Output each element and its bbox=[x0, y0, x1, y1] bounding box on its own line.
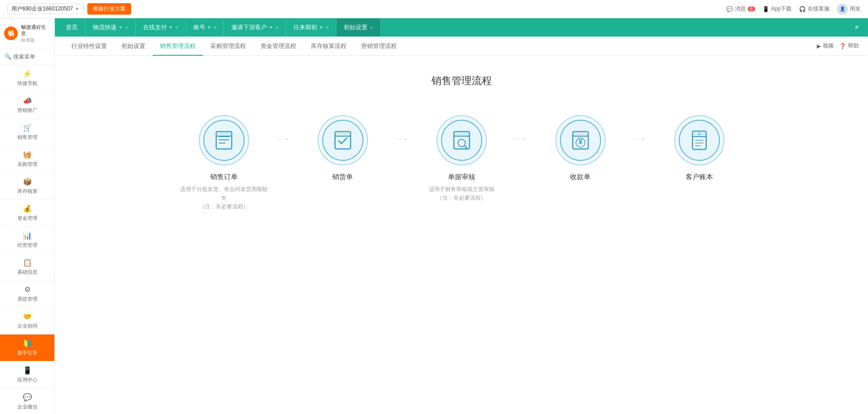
nav-tab-logistics[interactable]: 物流快递 ▼ × bbox=[85, 18, 136, 37]
user-label: 用户690企业1660120507 bbox=[11, 5, 73, 13]
app-center-icon: 📱 bbox=[23, 366, 32, 375]
flow-arrow-1: ···→ bbox=[270, 115, 297, 142]
sub-tab-initial-setup[interactable]: 初始设置 bbox=[114, 37, 153, 56]
sidebar-item-system-mgmt[interactable]: ⚙ 系统管理 bbox=[0, 281, 54, 308]
sub-tab-purchase-flow[interactable]: 采购管理流程 bbox=[203, 37, 253, 56]
sidebar-item-operations-mgmt[interactable]: 📊 经营管理 bbox=[0, 227, 54, 254]
sidebar-item-enterprise-collab[interactable]: 🤝 企业协同 bbox=[0, 308, 54, 334]
sub-tab-industry-settings[interactable]: 行业特性设置 bbox=[64, 37, 114, 56]
tab-label: 往来期初 bbox=[293, 23, 317, 32]
close-icon[interactable]: × bbox=[370, 25, 373, 30]
top-bar-right: 💬 消息 6 📱 App下载 🎧 在线客服 👤 用友 bbox=[726, 4, 861, 15]
sub-tab-sales-flow[interactable]: 销售管理流程 bbox=[153, 37, 203, 56]
sidebar-logo: 畅 畅捷通好生意 标准版 bbox=[0, 18, 54, 49]
chevron-down-icon: ▼ bbox=[269, 25, 273, 30]
tab-label: 邀请下游客户 bbox=[231, 23, 267, 32]
nav-tab-account[interactable]: 账号 ▼ × bbox=[186, 18, 224, 37]
sub-tab-marketing-flow[interactable]: 营销管理流程 bbox=[354, 37, 404, 56]
svg-rect-14 bbox=[573, 132, 588, 136]
app-label: App下载 bbox=[771, 5, 792, 13]
inventory-icon: 📦 bbox=[23, 177, 32, 186]
logo-name: 畅捷通好生意 bbox=[21, 24, 51, 37]
help-label: 帮助 bbox=[848, 42, 859, 50]
top-bar: 用户690企业1660120507 ▼ 体验行业方案 💬 消息 6 📱 App下… bbox=[0, 0, 868, 18]
flow-label-delivery-note: 销货单 bbox=[332, 173, 353, 181]
page-content: 销售管理流程 bbox=[55, 56, 868, 414]
sidebar-item-marketing-promo[interactable]: 📣 营销推广 bbox=[0, 92, 54, 119]
app-download-button[interactable]: 📱 App下载 bbox=[762, 5, 792, 13]
chevron-down-icon: ▼ bbox=[75, 6, 80, 11]
sidebar-item-label: 经营管理 bbox=[17, 242, 37, 249]
chevron-down-icon: ▼ bbox=[207, 25, 211, 30]
sub-tabs-left: 行业特性设置 初始设置 销售管理流程 采购管理流程 资金管理流程 库存核算流程 bbox=[64, 37, 404, 56]
app-icon: 📱 bbox=[762, 6, 769, 12]
trial-button[interactable]: 体验行业方案 bbox=[87, 3, 131, 15]
nav-tab-invite-downstream[interactable]: 邀请下游客户 ▼ × bbox=[224, 18, 286, 37]
flow-circle-delivery-note[interactable] bbox=[318, 115, 368, 165]
arrow-dots-icon: ···→ bbox=[634, 135, 646, 142]
sidebar-item-label: 企业微信 bbox=[17, 403, 37, 410]
sidebar-item-purchase-mgmt[interactable]: 🧺 采购管理 bbox=[0, 146, 54, 173]
top-bar-left: 用户690企业1660120507 ▼ 体验行业方案 bbox=[7, 3, 131, 15]
sidebar-item-quick-nav[interactable]: ⚡ 快捷导航 bbox=[0, 65, 54, 92]
flow-circle-customer-ledger[interactable]: ¥ bbox=[674, 115, 724, 165]
message-button[interactable]: 💬 消息 6 bbox=[726, 5, 755, 13]
flow-circle-receipt[interactable]: ¥ bbox=[555, 115, 606, 165]
sidebar-item-label: 企业协同 bbox=[17, 323, 37, 329]
sidebar-search-button[interactable]: 🔍 搜索菜单 bbox=[0, 49, 54, 65]
video-help-button[interactable]: ▶ 视频 bbox=[817, 42, 834, 50]
flow-item-sales-order: 销售订单 适用于分批发货、有合同发货周期较长（注：非必要流程） bbox=[178, 115, 270, 212]
sidebar-item-inventory[interactable]: 📦 库存核算 bbox=[0, 173, 54, 200]
flow-circle-inner bbox=[322, 120, 363, 161]
sidebar-item-label: 快捷导航 bbox=[17, 80, 37, 87]
sidebar-item-new-user-guide[interactable]: 🔰 新手引导 bbox=[0, 334, 54, 361]
flow-circle-document-review[interactable] bbox=[437, 115, 487, 165]
close-icon[interactable]: × bbox=[213, 25, 216, 30]
nav-tab-payment[interactable]: 在线支付 ▼ × bbox=[136, 18, 186, 37]
close-icon[interactable]: × bbox=[276, 25, 278, 30]
tab-label: 初始设置 bbox=[344, 23, 367, 32]
flow-circle-sales-order[interactable] bbox=[199, 115, 249, 165]
svg-rect-6 bbox=[216, 132, 232, 136]
arrow-dots-icon: ···→ bbox=[277, 135, 290, 142]
nav-tab-period-initial[interactable]: 往来期初 ▼ × bbox=[286, 18, 336, 37]
help-button[interactable]: ❓ 帮助 bbox=[839, 42, 859, 50]
sub-tab-inventory-flow[interactable]: 库存核算流程 bbox=[304, 37, 354, 56]
flow-item-document-review: 单据审核 适用于财务审核或主管审核（注：非必要流程） bbox=[416, 115, 507, 202]
play-icon: ▶ bbox=[817, 43, 821, 49]
operations-icon: 📊 bbox=[23, 231, 32, 240]
tab-label: 物流快递 bbox=[93, 23, 117, 32]
sidebar-item-enterprise-wechat[interactable]: 💬 企业微信 bbox=[0, 388, 54, 414]
flow-circle-inner: ¥ bbox=[679, 120, 720, 161]
nav-close-all-button[interactable]: × bbox=[853, 21, 861, 33]
flow-arrow-2: ···→ bbox=[389, 115, 416, 142]
sidebar-item-basic-info[interactable]: 📋 基础信息 bbox=[0, 254, 54, 281]
flow-arrow-4: ···→ bbox=[626, 115, 654, 142]
nav-tab-home[interactable]: 首页 bbox=[62, 18, 85, 37]
finance-icon: 💰 bbox=[23, 204, 32, 213]
close-icon[interactable]: × bbox=[125, 25, 128, 30]
sidebar-item-label: 库存核算 bbox=[17, 188, 37, 195]
content-area: 首页 物流快递 ▼ × 在线支付 ▼ × 账号 ▼ × 邀请下游客户 ▼ × bbox=[55, 18, 868, 414]
main-layout: 畅 畅捷通好生意 标准版 🔍 搜索菜单 ⚡ 快捷导航 📣 营销推广 🛒 销售管理… bbox=[0, 18, 868, 414]
close-icon[interactable]: × bbox=[326, 25, 329, 30]
chevron-down-icon: ▼ bbox=[169, 25, 173, 30]
user-selector[interactable]: 用户690企业1660120507 ▼ bbox=[7, 4, 84, 14]
nav-tab-initial-setup[interactable]: 初始设置 × bbox=[336, 18, 381, 37]
sidebar-item-finance-mgmt[interactable]: 💰 资金管理 bbox=[0, 200, 54, 227]
tab-label: 在线支付 bbox=[143, 23, 167, 32]
logo-text-block: 畅捷通好生意 标准版 bbox=[21, 24, 51, 43]
wechat-icon: 💬 bbox=[23, 393, 32, 402]
online-service-button[interactable]: 🎧 在线客服 bbox=[799, 5, 830, 13]
svg-line-12 bbox=[464, 146, 467, 149]
close-icon[interactable]: × bbox=[176, 25, 178, 30]
user-name: 用友 bbox=[850, 5, 861, 13]
flow-circle-inner bbox=[441, 120, 482, 161]
message-icon: 💬 bbox=[726, 6, 733, 12]
sidebar-item-app-center[interactable]: 📱 应用中心 bbox=[0, 361, 54, 388]
tab-label: 账号 bbox=[193, 23, 205, 32]
sub-tab-finance-flow[interactable]: 资金管理流程 bbox=[253, 37, 304, 56]
user-menu-button[interactable]: 👤 用友 bbox=[837, 4, 861, 15]
question-icon: ❓ bbox=[839, 43, 846, 49]
sidebar-item-sales-mgmt[interactable]: 🛒 销售管理 bbox=[0, 119, 54, 146]
